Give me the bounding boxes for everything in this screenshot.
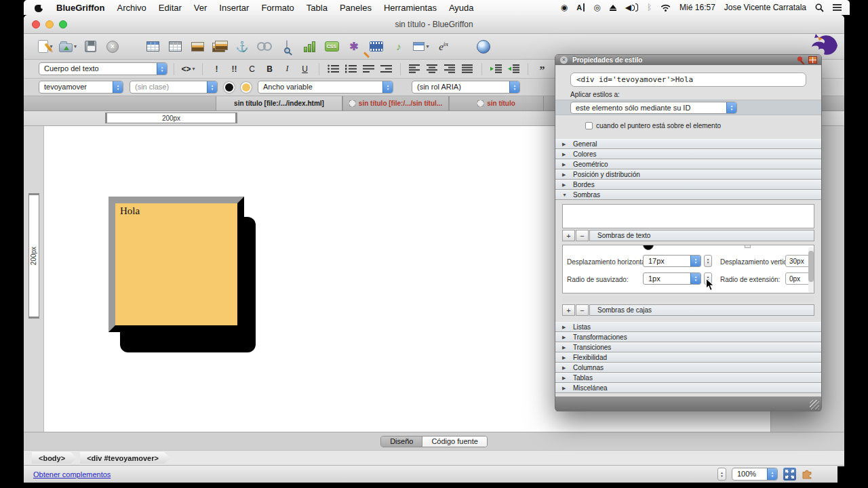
menu-editar[interactable]: Editar (153, 3, 188, 13)
tevoyamover-div[interactable]: Hola (108, 197, 244, 332)
remove-box-shadow-button[interactable]: − (576, 304, 589, 316)
markers-button[interactable]: ✱ (344, 36, 363, 58)
menubar-user[interactable]: Jose Vicente Carratala (724, 3, 806, 12)
menu-archivo[interactable]: Archivo (111, 3, 153, 13)
bluetooth-icon[interactable]: ᛒ (647, 3, 652, 12)
zoom-level-select[interactable]: 100% ▴▾ (732, 468, 778, 481)
open-file-button[interactable]: ▾ (58, 36, 77, 58)
section-tablas[interactable]: ▶Tablas (555, 373, 821, 383)
emphasis-button[interactable]: ! (209, 62, 224, 77)
outdent-list-button[interactable] (361, 62, 376, 77)
indent-more-button[interactable] (488, 62, 504, 77)
menu-herramientas[interactable]: Herramientas (378, 3, 443, 13)
section-columnas[interactable]: ▶Columnas (555, 363, 821, 373)
element-class-select[interactable]: (sin clase) ▴▾ (130, 81, 218, 94)
css-editor-button[interactable]: CSS (322, 36, 341, 58)
underline-button[interactable]: U (297, 62, 313, 77)
menu-ver[interactable]: Ver (188, 3, 214, 13)
zoom-window-button[interactable] (59, 20, 67, 28)
height-measure[interactable]: 200px (28, 193, 39, 319)
creative-cloud-icon[interactable]: ◎ (593, 3, 600, 12)
hover-checkbox[interactable] (585, 122, 593, 129)
stop-button[interactable]: × (103, 36, 122, 58)
section-sombras[interactable]: ▼Sombras (555, 190, 821, 200)
shadow-list[interactable] (562, 204, 814, 228)
box-shadows-header[interactable]: Sombras de cajas (589, 304, 814, 316)
spread-radius-field[interactable]: 0px (785, 272, 811, 285)
section-general[interactable]: ▶General (555, 139, 821, 149)
insert-audio-button[interactable]: ♪ (389, 36, 408, 58)
preview-browser-button[interactable] (474, 36, 493, 58)
width-measure[interactable]: 200px (105, 113, 237, 123)
insert-table-button[interactable] (143, 36, 162, 58)
find-button[interactable] (277, 36, 296, 58)
menu-ayuda[interactable]: Ayuda (443, 3, 480, 13)
width-mode-select[interactable]: Ancho variable ▴▾ (258, 81, 393, 94)
new-document-button[interactable]: ▾ (36, 36, 55, 58)
align-right-button[interactable] (442, 62, 458, 77)
resize-grip[interactable] (810, 400, 819, 409)
bold-button[interactable]: B (262, 62, 277, 77)
statistics-button[interactable] (300, 36, 319, 58)
remove-text-shadow-button[interactable]: − (576, 230, 589, 241)
inset-checkbox[interactable] (745, 245, 751, 248)
menu-insertar[interactable]: Insertar (213, 3, 255, 13)
save-button[interactable] (81, 36, 100, 58)
insert-images-button[interactable] (210, 36, 229, 58)
insert-image-button[interactable] (188, 36, 207, 58)
section-transformaciones[interactable]: ▶Transformaciones (555, 332, 821, 342)
selected-element-field[interactable]: <div id='tevoyamover'>Hola (570, 73, 806, 87)
close-window-button[interactable] (32, 20, 40, 28)
paragraph-format-select[interactable]: Cuerpo del texto ▴▾ (39, 62, 167, 75)
aria-role-select[interactable]: (sin rol ARIA) ▴▾ (412, 81, 520, 94)
add-text-shadow-button[interactable]: + (562, 230, 575, 241)
menubar-clock[interactable]: Mié 16:57 (679, 3, 715, 12)
tab-document-3[interactable]: sin título (449, 96, 544, 110)
menu-paneles[interactable]: Paneles (334, 3, 378, 13)
text-shadows-header[interactable]: Sombras de texto (589, 230, 814, 241)
apple-menu-icon[interactable] (35, 3, 43, 13)
screen-record-icon[interactable]: ◉ (561, 3, 568, 12)
table-properties-button[interactable] (165, 36, 184, 58)
element-id-select[interactable]: tevoyamover ▴▾ (39, 81, 123, 94)
panel-header[interactable]: × Propiedades de estilo (555, 55, 821, 65)
volume-icon[interactable]: ◀ (625, 3, 638, 12)
align-center-button[interactable] (425, 62, 440, 77)
horizontal-offset-stepper[interactable]: ▴▾ (704, 255, 712, 267)
tab-document-2[interactable]: sin título [file:/.../sin títul... (342, 96, 449, 110)
shadow-editor-vscrollbar[interactable] (808, 247, 814, 293)
section-listas[interactable]: ▶Listas (555, 322, 821, 332)
design-view-button[interactable]: Diseño (381, 436, 422, 447)
minimize-window-button[interactable] (45, 20, 54, 28)
notification-center-icon[interactable] (833, 4, 842, 11)
insert-anchor-button[interactable]: ⚓ (233, 36, 252, 58)
section-miscelanea[interactable]: ▶Miscelánea (555, 383, 821, 393)
blockquote-button[interactable]: ” (534, 63, 550, 78)
input-source-icon[interactable]: A (576, 3, 585, 12)
breadcrumb-div-tevoyamover[interactable]: <div #tevoyamover> (80, 452, 170, 464)
panel-close-button[interactable]: × (560, 56, 568, 64)
section-transiciones[interactable]: ▶Transiciones (555, 342, 821, 352)
get-addons-link[interactable]: Obtener complementos (33, 470, 111, 479)
add-box-shadow-button[interactable]: + (562, 304, 575, 316)
shadow-color-swatch[interactable] (643, 245, 654, 250)
menu-bluegriffon[interactable]: BlueGriffon (50, 3, 111, 13)
justify-button[interactable] (460, 62, 475, 77)
italic-button[interactable]: I (279, 62, 295, 77)
shadow-editor-hscrollbar[interactable] (562, 296, 814, 302)
ordered-list-button[interactable] (343, 62, 359, 77)
insert-math-button[interactable]: eiπ (434, 36, 453, 58)
zoom-stepper[interactable]: ▴▾ (717, 468, 726, 481)
breadcrumb-body[interactable]: <body> (32, 452, 77, 464)
fullscreen-button[interactable] (783, 468, 796, 481)
horizontal-offset-select[interactable]: 17px ▴▾ (643, 255, 701, 267)
indent-list-button[interactable] (378, 62, 394, 77)
vertical-offset-field[interactable]: 30px (785, 255, 811, 267)
pin-icon[interactable] (796, 56, 806, 64)
section-posicion[interactable]: ▶Posición y distribución (555, 169, 821, 180)
cite-button[interactable]: C (244, 62, 260, 77)
window-titlebar[interactable]: sin título - BlueGriffon (24, 15, 844, 34)
strong-button[interactable]: !! (226, 62, 242, 77)
wifi-icon[interactable] (660, 4, 671, 12)
section-flexibilidad[interactable]: ▶Flexibilidad (555, 352, 821, 363)
